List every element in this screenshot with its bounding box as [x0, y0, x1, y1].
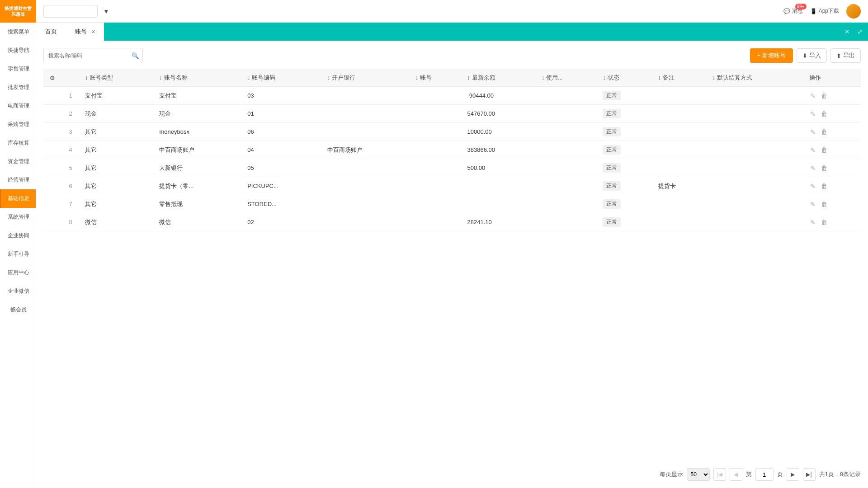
last-page-button[interactable]: ▶| — [803, 468, 816, 481]
account-table: ⚙ ↕ 账号类型 ↕ 账号名称 ↕ 账号编码 ↕ — [43, 69, 861, 231]
edit-button[interactable]: ✎ — [809, 218, 816, 227]
tab-account[interactable]: 账号 × — [66, 23, 104, 41]
sidebar-item-quick-nav[interactable]: 快捷导航 — [0, 41, 36, 60]
first-page-button[interactable]: |◀ — [713, 468, 726, 481]
edit-button[interactable]: ✎ — [809, 109, 816, 118]
app-download-button[interactable]: 📱 App下载 — [810, 7, 839, 15]
notification-button[interactable]: 💬 99+ 消息 — [783, 7, 803, 15]
row-account-name: 零售抵现 — [154, 195, 242, 213]
row-bank — [322, 123, 410, 141]
row-account-type: 其它 — [80, 195, 154, 213]
tab-close-icon[interactable]: × — [91, 28, 95, 35]
edit-button[interactable]: ✎ — [809, 145, 816, 155]
search-button[interactable]: 🔍 — [128, 48, 142, 63]
export-button[interactable]: ⬆ 导出 — [830, 48, 861, 63]
import-button[interactable]: ⬇ 导入 — [797, 48, 827, 63]
delete-button[interactable]: 🗑 — [820, 127, 828, 136]
col-latest-balance[interactable]: ↕ 最新余额 — [462, 69, 536, 87]
sidebar-item-enterprise-wechat[interactable]: 企业微信 — [0, 282, 36, 300]
dropdown-icon[interactable]: ▼ — [103, 8, 109, 15]
page-size-select[interactable]: 50 10 20 100 — [687, 468, 710, 481]
add-account-button[interactable]: + 新增账号 — [750, 48, 793, 63]
user-avatar[interactable] — [846, 4, 861, 19]
col-account-no[interactable]: ↕ 账号 — [410, 69, 462, 87]
col-remark[interactable]: ↕ 备注 — [653, 69, 707, 87]
page-input[interactable] — [755, 468, 774, 481]
row-account-no — [410, 177, 462, 195]
sidebar-item-purchase-mgmt[interactable]: 采购管理 — [0, 115, 36, 134]
export-icon: ⬆ — [836, 52, 841, 59]
sidebar-item-enterprise-agreement[interactable]: 企业协同 — [0, 226, 36, 245]
row-usage — [536, 159, 597, 177]
col-default-settlement[interactable]: ↕ 默认结算方式 — [707, 69, 804, 87]
sidebar-item-system-mgmt[interactable]: 系统管理 — [0, 208, 36, 226]
sidebar-item-finance-mgmt[interactable]: 资金管理 — [0, 152, 36, 171]
col-account-code[interactable]: ↕ 账号编码 — [242, 69, 322, 87]
tab-home[interactable]: 首页 — [36, 23, 66, 41]
col-account-name[interactable]: ↕ 账号名称 — [154, 69, 242, 87]
table-row: 7 其它 零售抵现 STORED... 正常 ✎ 🗑 — [43, 195, 861, 213]
row-usage — [536, 105, 597, 123]
sidebar-item-inventory[interactable]: 库存核算 — [0, 134, 36, 152]
sidebar-item-basic-info[interactable]: 基础信息 — [0, 189, 36, 208]
sidebar-item-operations-mgmt[interactable]: 经营管理 — [0, 171, 36, 189]
row-default-settlement — [707, 105, 804, 123]
delete-button[interactable]: 🗑 — [820, 91, 828, 100]
sidebar-item-app-center[interactable]: 应用中心 — [0, 263, 36, 282]
row-latest-balance — [462, 195, 536, 213]
search-input[interactable] — [44, 48, 128, 63]
row-num: 8 — [61, 213, 80, 231]
row-latest-balance: 10000.00 — [462, 123, 536, 141]
row-status: 正常 — [597, 213, 652, 231]
table-row: 5 其它 大新银行 05 500.00 正常 ✎ 🗑 — [43, 159, 861, 177]
col-status[interactable]: ↕ 状态 — [597, 69, 652, 87]
edit-button[interactable]: ✎ — [809, 164, 816, 173]
col-usage[interactable]: ↕ 使用... — [536, 69, 597, 87]
row-remark — [653, 159, 707, 177]
col-account-type[interactable]: ↕ 账号类型 — [80, 69, 154, 87]
sidebar-item-member[interactable]: 畅会员 — [0, 300, 36, 319]
sidebar-item-new-guide[interactable]: 新手引导 — [0, 245, 36, 263]
sidebar-item-wholesale-mgmt[interactable]: 批发管理 — [0, 78, 36, 97]
next-page-button[interactable]: ▶ — [787, 468, 799, 481]
search-icon: 🔍 — [132, 52, 139, 59]
row-num: 5 — [61, 159, 80, 177]
table-row: 2 现金 现金 01 547670.00 正常 ✎ 🗑 — [43, 105, 861, 123]
sidebar-item-search-menu[interactable]: 搜索菜单 — [0, 23, 36, 41]
main-content: ▼ 💬 99+ 消息 📱 App下载 首页 账号 × ✕ — [36, 0, 868, 488]
table-row: 3 其它 moneybosx 06 10000.00 正常 ✎ 🗑 — [43, 123, 861, 141]
row-gear — [43, 87, 61, 105]
sidebar-item-ecommerce-mgmt[interactable]: 电商管理 — [0, 97, 36, 115]
edit-button[interactable]: ✎ — [809, 91, 816, 100]
edit-button[interactable]: ✎ — [809, 127, 816, 136]
app-logo: 畅捷通财生意 乐惠版 — [0, 0, 36, 23]
delete-button[interactable]: 🗑 — [820, 109, 828, 118]
delete-button[interactable]: 🗑 — [820, 164, 828, 173]
row-default-settlement — [707, 87, 804, 105]
edit-button[interactable]: ✎ — [809, 200, 816, 209]
row-account-no — [410, 123, 462, 141]
avatar-image — [846, 4, 861, 19]
delete-button[interactable]: 🗑 — [820, 200, 828, 209]
row-latest-balance: -90444.00 — [462, 87, 536, 105]
row-num: 2 — [61, 105, 80, 123]
row-status: 正常 — [597, 105, 652, 123]
prev-page-button[interactable]: ◀ — [730, 468, 742, 481]
tab-fullscreen-btn[interactable]: ⤢ — [855, 26, 864, 37]
delete-button[interactable]: 🗑 — [820, 182, 828, 191]
toolbar-right: + 新增账号 ⬇ 导入 ⬆ 导出 — [750, 48, 861, 63]
delete-button[interactable]: 🗑 — [820, 145, 828, 155]
delete-button[interactable]: 🗑 — [820, 218, 828, 227]
sidebar-item-retail-mgmt[interactable]: 零售管理 — [0, 60, 36, 78]
col-gear[interactable]: ⚙ — [43, 69, 61, 87]
row-gear — [43, 105, 61, 123]
tab-close-btn[interactable]: ✕ — [843, 26, 852, 37]
row-action: ✎ 🗑 — [804, 141, 861, 159]
edit-button[interactable]: ✎ — [809, 182, 816, 191]
row-account-name: 中百商场账户 — [154, 141, 242, 159]
header-search-input[interactable] — [43, 5, 98, 18]
row-remark: 提货卡 — [653, 177, 707, 195]
col-bank[interactable]: ↕ 开户银行 — [322, 69, 410, 87]
row-default-settlement — [707, 177, 804, 195]
row-gear — [43, 159, 61, 177]
